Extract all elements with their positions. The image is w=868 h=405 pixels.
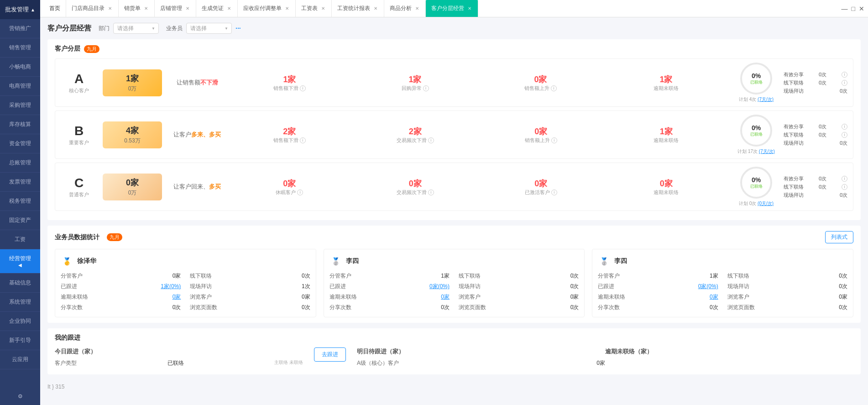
info-icon[interactable]: i — [551, 85, 557, 91]
tier-c-promo: 让客户回来、多买 — [167, 183, 227, 191]
tier-b-circle: 0% 已联络 计划 17次 (7天/次) — [729, 115, 784, 155]
overdue-title: 逾期未联络（家） — [605, 347, 853, 356]
tier-a-stat1: 1家 销售额下滑 i — [272, 74, 308, 92]
close-icon[interactable]: ✕ — [320, 5, 326, 11]
biz-stat-row: 已跟进 0家(0%) — [598, 283, 718, 290]
sidebar: 批发管理 ▲ 营销推广 销售管理 小畅电商 电商管理 采购管理 库存核算 资金管… — [0, 0, 40, 405]
close-icon[interactable]: ✕ — [226, 5, 232, 11]
content-area: 客户分层经营 部门 请选择 业务员 请选择 ··· — [40, 17, 868, 405]
biz-stat-row: 浏览页面数 0次 — [727, 304, 847, 311]
sidebar-item-finance[interactable]: 资金管理 — [0, 134, 40, 153]
plan-link[interactable]: (7天/次) — [758, 97, 774, 102]
close-icon[interactable]: ✕ — [185, 5, 190, 11]
close-icon[interactable]: ✕ — [373, 5, 378, 11]
close-window-icon[interactable]: ✕ — [859, 5, 864, 12]
biz-card-1: 🥇 徐泽华 分管客户 0家 线下联络 0次 已跟进 — [55, 249, 316, 317]
biz-stat-row: 线下联络 0次 — [459, 272, 579, 280]
tier-b-label: B 重要客户 — [61, 124, 97, 146]
info-icon[interactable]: i — [842, 80, 847, 86]
sidebar-item-cloud[interactable]: 云应用 — [0, 350, 40, 369]
plan-link[interactable]: (7天/次) — [759, 149, 775, 154]
tier-c-stat4-count: 0家 — [648, 178, 685, 189]
tier-a-stat1-count: 1家 — [272, 74, 308, 85]
goto-followup-button[interactable]: 去跟进 — [314, 347, 346, 362]
sidebar-logo[interactable]: 批发管理 ▲ — [0, 0, 40, 19]
sidebar-item-ecom[interactable]: 电商管理 — [0, 77, 40, 96]
biz-name-3: 李四 — [614, 257, 627, 265]
biz-month: 九月 — [107, 233, 122, 241]
tier-b-letter: B — [74, 124, 84, 138]
tab-payroll-report[interactable]: 工资统计报表 ✕ — [332, 0, 384, 17]
restore-icon[interactable]: □ — [852, 5, 855, 12]
sidebar-item-assets[interactable]: 固定资产 — [0, 211, 40, 230]
minimize-icon[interactable]: — — [842, 5, 848, 12]
biz-name-2: 李四 — [346, 257, 359, 265]
tab-product-analysis[interactable]: 商品分析 ✕ — [384, 0, 426, 17]
sidebar-item-tax[interactable]: 税务管理 — [0, 192, 40, 211]
list-view-button[interactable]: 列表式 — [825, 231, 853, 243]
sidebar-item-ledger[interactable]: 总账管理 — [0, 153, 40, 173]
sidebar-item-collab[interactable]: 企业协同 — [0, 312, 40, 331]
tier-b-promo: 让客户多来、多买 — [167, 131, 227, 139]
info-icon[interactable]: i — [551, 137, 557, 143]
dept-label: 部门 — [99, 25, 110, 32]
plan-link[interactable]: (0天/次) — [758, 201, 774, 206]
tab-store-mgmt[interactable]: 店铺管理 ✕ — [155, 0, 196, 17]
info-icon[interactable]: i — [297, 189, 303, 195]
tier-c-stat2-label: 交易频次下滑 i — [397, 189, 434, 196]
tier-a-stat2: 1家 回购异常 i — [397, 74, 434, 92]
contact-circle: 0% 已联络 — [740, 63, 772, 95]
info-icon[interactable]: i — [428, 137, 434, 143]
tier-c-volume: 0家 0万 — [103, 174, 162, 200]
sidebar-item-management[interactable]: 经营管理 ◀ — [0, 249, 40, 274]
goto-followup-wrapper: 去跟进 — [303, 347, 357, 362]
info-icon[interactable]: i — [423, 85, 429, 91]
biz-stat-row: 已跟进 0家(0%) — [329, 283, 450, 290]
close-icon[interactable]: ✕ — [107, 5, 113, 11]
tab-payroll-sheet[interactable]: 工资表 ✕ — [296, 0, 332, 17]
plan-info: 计划 0次 (0天/次) — [739, 200, 774, 207]
sidebar-item-purchase[interactable]: 采购管理 — [0, 96, 40, 115]
tab-customer-tier[interactable]: 客户分层经营 ✕ — [426, 0, 478, 17]
info-icon[interactable]: i — [842, 176, 847, 182]
followup-header: 我的跟进 — [55, 334, 853, 342]
tier-c-name: 普通客户 — [69, 191, 89, 198]
biz-stat-row: 逾期未联络 0家 — [329, 293, 450, 301]
sidebar-item-inventory[interactable]: 库存核算 — [0, 115, 40, 134]
staff-select[interactable]: 请选择 — [186, 23, 232, 34]
more-filter-button[interactable]: ··· — [235, 25, 241, 32]
info-icon[interactable]: i — [300, 85, 306, 91]
info-icon[interactable]: i — [428, 189, 434, 195]
circle-percent: 0% — [752, 124, 761, 131]
info-icon[interactable]: i — [551, 189, 557, 195]
tab-voucher[interactable]: 生成凭证 ✕ — [196, 0, 238, 17]
tab-home[interactable]: 首页 — [44, 0, 66, 17]
gold-medal-icon: 🥇 — [61, 255, 73, 268]
info-icon[interactable]: i — [842, 72, 847, 78]
info-icon[interactable]: i — [842, 184, 847, 190]
close-icon[interactable]: ✕ — [414, 5, 420, 11]
tier-b-stat1: 2家 销售额下滑 i — [271, 126, 308, 144]
info-icon[interactable]: i — [842, 124, 847, 130]
sidebar-item-sales[interactable]: 销售管理 — [0, 38, 40, 58]
close-icon[interactable]: ✕ — [284, 5, 290, 11]
close-icon[interactable]: ✕ — [143, 5, 149, 11]
biz-stat-row: 现场拜访 0次 — [727, 283, 847, 290]
circle-percent: 0% — [752, 72, 761, 79]
sidebar-item-system[interactable]: 系统管理 — [0, 293, 40, 312]
sidebar-item-base[interactable]: 基础信息 — [0, 274, 40, 293]
tab-ar-ap[interactable]: 应收应付调整单 ✕ — [238, 0, 296, 17]
sidebar-item-ecom-small[interactable]: 小畅电商 — [0, 58, 40, 77]
dept-select[interactable]: 请选择 — [113, 23, 159, 34]
sidebar-item-payroll[interactable]: 工资 — [0, 230, 40, 249]
bottom-text: It } 315 — [47, 380, 861, 394]
tab-sales-order[interactable]: 销货单 ✕ — [119, 0, 155, 17]
sidebar-item-guide[interactable]: 新手引导 — [0, 331, 40, 350]
info-icon[interactable]: i — [842, 132, 847, 138]
tab-store-products[interactable]: 门店商品目录 ✕ — [66, 0, 119, 17]
settings-icon[interactable]: ⚙ — [0, 388, 40, 405]
info-icon[interactable]: i — [300, 137, 306, 143]
close-icon[interactable]: ✕ — [467, 5, 472, 11]
sidebar-item-marketing[interactable]: 营销推广 — [0, 19, 40, 38]
sidebar-item-invoice[interactable]: 发票管理 — [0, 173, 40, 192]
